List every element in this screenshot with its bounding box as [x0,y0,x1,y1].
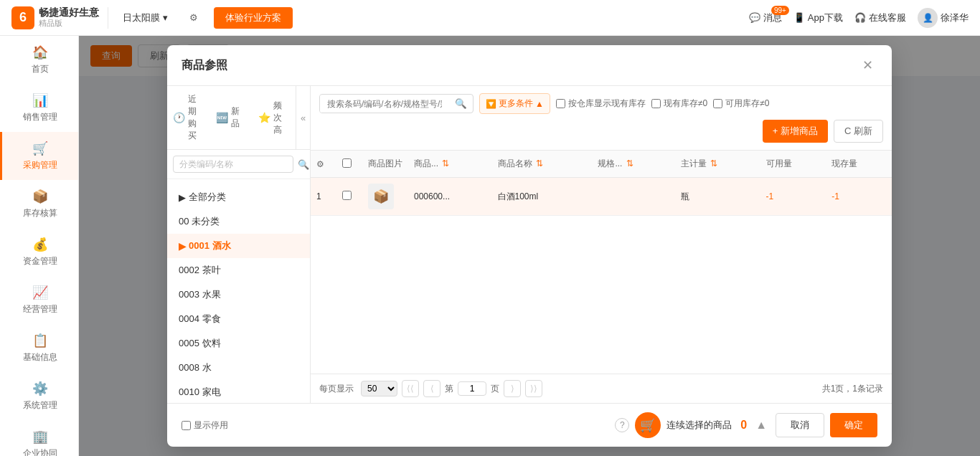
filter-icon: 🔽 [486,99,496,109]
tab-frequent[interactable]: ⭐ 频次高 [253,86,296,149]
user-avatar[interactable]: 👤 徐泽华 [918,8,969,28]
username-label: 徐泽华 [941,11,969,24]
available-stock-checkbox-input[interactable] [713,99,722,108]
messages-badge: 99+ [771,6,789,15]
sales-icon: 📊 [32,92,48,108]
settings-icon[interactable]: ⚙ [182,6,205,29]
headset-icon: 🎧 [854,12,866,23]
category-0003[interactable]: 0003 水果 [167,282,310,307]
trial-button[interactable]: 体验行业方案 [214,7,293,29]
page-first-button[interactable]: ⟨⟨ [402,380,419,397]
message-icon: 💬 [749,12,760,23]
col-name-label: 商品名称 [498,158,532,168]
modal-footer: 显示停用 ? 🛒 连续选择的商品 0 ▲ 取消 确定 [167,403,892,447]
right-panel: 🔍 🔽 更多条件 ▲ 按仓库显示现有库存 [311,86,892,403]
page-prev-button[interactable]: ⟨ [423,380,440,397]
page-size-select[interactable]: 50 20 100 [361,381,397,396]
collapse-left-panel-button[interactable]: « [296,86,310,149]
category-0004[interactable]: 0004 零食 [167,307,310,331]
category-0010-label: 0010 家电 [179,386,221,399]
col-checkbox [336,151,362,178]
product-search-input[interactable] [320,95,449,113]
category-0010[interactable]: 0010 家电 [167,380,310,403]
sidebar-item-system[interactable]: ⚙️ 系统管理 [0,372,78,420]
cart-collapse-icon[interactable]: ▲ [755,419,767,432]
tab-recent-purchase[interactable]: 🕐 近期购买 [167,86,210,149]
category-00[interactable]: 00 未分类 [167,209,310,234]
cart-icon[interactable]: 🛒 [635,412,661,438]
col-unit[interactable]: 主计量 ⇅ [675,151,760,178]
product-table: ⚙ 商品图片 商品... ⇅ [311,151,892,216]
product-search-bar: 🔍 [319,94,473,113]
app-download-btn[interactable]: 📱 App下载 [793,11,843,24]
sidebar-item-sales[interactable]: 📊 销售管理 [0,84,78,132]
cancel-button[interactable]: 取消 [776,413,824,437]
enterprise-icon: 🏢 [32,429,48,445]
by-warehouse-checkbox[interactable]: 按仓库显示现有库存 [556,98,646,110]
sidebar-item-inventory[interactable]: 📦 库存核算 [0,180,78,228]
table-row[interactable]: 1 📦 000600... 白酒100ml [311,178,892,216]
row-code: 000600... [408,178,492,216]
col-unit-label: 主计量 [681,158,707,168]
sidebar-item-home[interactable]: 🏠 首页 [0,36,78,84]
row-checkbox-cell [336,178,362,216]
col-name[interactable]: 商品名称 ⇅ [492,151,593,178]
category-search-icon[interactable]: 🔍 [298,159,309,170]
refresh-button[interactable]: C 刷新 [834,120,883,143]
col-image: 商品图片 [362,151,408,178]
logo-icon: 6 [11,6,34,29]
category-0001[interactable]: ▶ 0001 酒水 [167,234,310,258]
sidebar-item-operations[interactable]: 📈 经营管理 [0,276,78,324]
modal-body: 🕐 近期购买 🆕 新品 ⭐ 频次高 « [167,86,892,403]
store-selector[interactable]: 日太阳膜 ▾ [117,9,174,27]
col-spec[interactable]: 规格... ⇅ [592,151,674,178]
tab-new-products[interactable]: 🆕 新品 [210,86,253,149]
page-next-button[interactable]: ⟩ [504,380,521,397]
col-code[interactable]: 商品... ⇅ [408,151,492,178]
sidebar-label-inventory: 库存核算 [23,207,57,219]
row-checkbox[interactable] [342,191,352,200]
sidebar: 🏠 首页 📊 销售管理 🛒 采购管理 📦 库存核算 💰 资金管理 📈 经营管理 … [0,36,79,456]
store-name: 日太阳膜 [123,11,160,24]
system-icon: ⚙️ [32,381,48,396]
category-all[interactable]: ▶ 全部分类 [167,185,310,209]
online-service-btn[interactable]: 🎧 在线客服 [854,11,906,24]
category-0008[interactable]: 0008 水 [167,356,310,380]
category-0005[interactable]: 0005 饮料 [167,331,310,356]
home-icon: 🏠 [32,44,48,60]
col-unit-sort-icon: ⇅ [710,158,717,168]
sidebar-label-purchase: 采购管理 [23,159,57,171]
new-icon: 🆕 [216,112,228,123]
sidebar-item-purchase[interactable]: 🛒 采购管理 [0,132,78,180]
more-filters-button[interactable]: 🔽 更多条件 ▲ [479,93,550,114]
existing-stock-checkbox-input[interactable] [651,99,661,108]
existing-stock-checkbox[interactable]: 现有库存≠0 [651,98,707,110]
by-warehouse-checkbox-input[interactable] [556,99,565,108]
category-0002[interactable]: 0002 茶叶 [167,258,310,282]
messages-btn[interactable]: 💬 消息 99+ [749,11,782,24]
col-settings[interactable]: ⚙ [311,151,336,178]
finance-icon: 💰 [32,237,48,252]
sidebar-item-basic-info[interactable]: 📋 基础信息 [0,324,78,372]
page-number-input[interactable] [458,381,486,396]
confirm-button[interactable]: 确定 [830,413,877,437]
available-stock-checkbox[interactable]: 可用库存≠0 [713,98,769,110]
topbar-right: 💬 消息 99+ 📱 App下载 🎧 在线客服 👤 徐泽华 [749,8,969,28]
help-icon[interactable]: ? [615,418,629,432]
show-disabled-input[interactable] [182,421,191,430]
existing-stock-label: 现有库存≠0 [664,98,707,110]
content-area: 查询 刷新 设置 商品参照 ✕ 🕐 [79,36,980,456]
category-list: ▶ 全部分类 00 未分类 ▶ 0001 酒水 0002 茶 [167,179,310,403]
sidebar-item-finance[interactable]: 💰 资金管理 [0,228,78,276]
select-all-checkbox[interactable] [342,158,352,168]
modal-close-button[interactable]: ✕ [857,55,877,75]
sidebar-item-enterprise[interactable]: 🏢 企业协同 [0,420,78,456]
show-disabled-label: 显示停用 [194,419,228,432]
category-search-input[interactable] [173,156,293,173]
add-product-button[interactable]: + 新增商品 [763,120,828,143]
product-search-button[interactable]: 🔍 [449,95,473,113]
cart-text: 连续选择的商品 [666,419,732,432]
row-spec [592,178,674,216]
show-disabled-checkbox[interactable]: 显示停用 [182,419,228,432]
page-last-button[interactable]: ⟩⟩ [525,380,542,397]
